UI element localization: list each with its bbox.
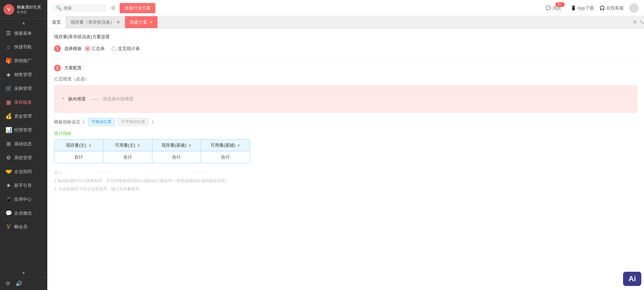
tab-new-plan-close[interactable]: ✕ (149, 20, 153, 25)
topbar-right: 💬 消息 99+ 📱 App下载 🎧 在线客服 (546, 3, 639, 13)
indicator-row: 模板指标设定（ 可拖动位置 不可拖动位置 ） (54, 118, 637, 126)
col-header-3[interactable]: 现存量(基辅) ∨ (152, 140, 201, 151)
sidebar-item-wechat[interactable]: 💬 企业微信 (0, 206, 47, 220)
settings-bottom-icon[interactable]: ⚙ (5, 280, 10, 287)
col-header-2[interactable]: 可用量(主) ∨ (103, 140, 152, 151)
wechat-icon: 💬 (5, 210, 11, 216)
sidebar-item-purchase[interactable]: 🛒 采购管理 (0, 81, 47, 95)
sidebar-item-label: 畅会员 (14, 224, 27, 230)
step2-header: 2 方案配置 (54, 65, 637, 71)
sidebar-item-label: 采购管理 (14, 86, 32, 92)
movable-badge: 可拖动位置 (88, 118, 115, 126)
step2-number: 2 (54, 65, 61, 71)
content-inner: 现存量(库存状况表)方案设置 1 选择模板 汇总表 交叉统计表 (47, 28, 644, 290)
tab-home[interactable]: 首页 (47, 16, 66, 28)
stats-table-body: 合计 合计 合计 合计 (54, 151, 250, 163)
headset-icon: 🎧 (599, 5, 605, 10)
sidebar-item-basic[interactable]: ⊞ 基础信息 (0, 137, 47, 151)
col-chevron-4[interactable]: ∨ (237, 143, 240, 148)
sidebar-scroll-down[interactable]: ▼ (0, 269, 47, 276)
radio-summary-dot (85, 46, 90, 51)
sidebar-item-search[interactable]: ☰ 搜索菜单 (0, 26, 47, 40)
sidebar-item-label: 库存核算 (14, 99, 32, 105)
member-icon: V (5, 224, 11, 230)
sidebar-item-newguide[interactable]: ★ 新手引导 (0, 178, 47, 192)
sidebar-item-management[interactable]: 📊 经营管理 (0, 123, 47, 137)
volume-icon[interactable]: 🔊 (16, 280, 22, 287)
tab-inventory[interactable]: 现存量（库存状况表） ✕ (66, 16, 125, 28)
tab-inventory-close[interactable]: ✕ (117, 20, 120, 25)
sidebar-item-label: 系统管理 (14, 155, 32, 161)
sidebar-item-label: 资金管理 (14, 113, 32, 119)
sidebar-item-inventory[interactable]: ▦ 库存核算 (0, 95, 47, 109)
col-label-1: 现存量(主) (66, 142, 86, 148)
search-icon: 🔍 (56, 5, 61, 10)
tips-section: 提示： 1.拖动标题栏可以调整布局，不可跨维度或指标区域拖动(只能在同一维度或指… (54, 169, 637, 193)
cell-4: 合计 (201, 151, 250, 163)
app-download-button[interactable]: 📱 App下载 (571, 5, 594, 11)
sidebar-item-marketing[interactable]: 🎁 营销推广 (0, 54, 47, 68)
col-header-1[interactable]: 现存量(主) ∨ (54, 140, 103, 151)
close-window-icon[interactable]: ✕ (633, 19, 637, 25)
industry-plan-button[interactable]: 体验行业方案 (120, 3, 155, 13)
sidebar-item-label: 搜索菜单 (14, 30, 32, 37)
user-avatar[interactable] (629, 3, 639, 13)
sidebar-item-label: 企业微信 (14, 210, 32, 216)
col-header-4[interactable]: 可用量(基辅) ∨ (201, 140, 250, 151)
config-section: 汇总维度（必选） * 纵向维度 —— 请选择分组维度 模板指标设定（ (54, 76, 637, 193)
dimension-selector-box[interactable]: * 纵向维度 —— 请选择分组维度 (54, 86, 637, 113)
gear-icon: ⚙ (5, 154, 11, 161)
topbar: 🔍 ⚙ 体验行业方案 💬 消息 99+ 📱 App下载 🎧 在线客服 (47, 0, 644, 16)
tab-new-plan[interactable]: 新建方案 ✕ (125, 16, 158, 28)
sidebar-item-appcenter[interactable]: 📱 应用中心 (0, 192, 47, 206)
step1-number: 1 (54, 45, 61, 52)
online-service-button[interactable]: 🎧 在线客服 (599, 5, 624, 11)
indicator-label: 模板指标设定（ (54, 119, 85, 125)
step1-header: 1 选择模板 汇总表 交叉统计表 (54, 45, 637, 52)
sidebar-item-system[interactable]: ⚙ 系统管理 (0, 151, 47, 165)
mobile-download-icon: 📱 (571, 5, 576, 10)
sidebar-item-label: 应用中心 (14, 196, 32, 202)
sidebar-item-label: 新手引导 (14, 183, 32, 189)
ai-assistant-badge[interactable]: Ai (623, 272, 641, 286)
cell-2: 合计 (103, 151, 152, 163)
indicator-suffix: ） (152, 119, 156, 125)
topbar-gear-icon[interactable]: ⚙ (111, 5, 116, 11)
fixed-badge: 不可拖动位置 (118, 118, 148, 126)
tab-home-label: 首页 (52, 19, 61, 25)
sidebar-bottom: ⚙ 🔊 (0, 276, 47, 290)
topbar-search-box[interactable]: 🔍 (53, 4, 107, 12)
sidebar-item-company[interactable]: 🤝 企业协同 (0, 165, 47, 178)
radio-cross[interactable]: 交叉统计表 (112, 46, 140, 52)
sidebar-item-sales[interactable]: ◈ 销售管理 (0, 68, 47, 81)
stats-title: 统计指标 (54, 130, 637, 137)
sidebar-nav: ☰ 搜索菜单 ⌂ 快捷导航 🎁 营销推广 ◈ 销售管理 🛒 采购管理 ▦ 库存核… (0, 26, 47, 269)
tabbar: 首页 现存量（库存状况表） ✕ 新建方案 ✕ ✕ ⤡ (47, 16, 644, 28)
search-input[interactable] (64, 6, 97, 10)
dimension-dash: —— (90, 97, 99, 102)
sidebar-scroll-up[interactable]: ▲ (0, 19, 47, 26)
sales-icon: ◈ (5, 71, 11, 78)
message-icon: 💬 (546, 5, 551, 10)
sidebar-item-label: 经营管理 (14, 127, 32, 133)
sidebar-item-finance[interactable]: 💰 资金管理 (0, 109, 47, 123)
sidebar-logo-text: 畅赢通好生意 标准版 (17, 4, 41, 15)
mobile-icon: 📱 (5, 196, 11, 202)
sidebar-item-label: 销售管理 (14, 72, 32, 78)
app-version: 标准版 (17, 10, 41, 15)
search-menu-icon: ☰ (5, 30, 11, 37)
col-chevron-1[interactable]: ∨ (89, 143, 92, 148)
stats-table: 现存量(主) ∨ 可用量(主) ∨ 现存量(基辅) ∨ (54, 139, 250, 163)
sidebar-item-quicknav[interactable]: ⌂ 快捷导航 (0, 40, 47, 54)
radio-summary[interactable]: 汇总表 (85, 46, 105, 52)
tips-title: 提示： (54, 170, 66, 175)
message-button[interactable]: 💬 消息 99+ (546, 5, 561, 11)
step1-section: 1 选择模板 汇总表 交叉统计表 (54, 45, 637, 52)
sidebar-item-member[interactable]: V 畅会员 (0, 220, 47, 234)
col-chevron-3[interactable]: ∨ (189, 143, 192, 148)
expand-window-icon[interactable]: ⤡ (640, 19, 644, 25)
inventory-icon: ▦ (5, 99, 11, 105)
finance-icon: 💰 (5, 113, 11, 119)
col-chevron-2[interactable]: ∨ (137, 143, 140, 148)
template-radio-group: 汇总表 交叉统计表 (85, 46, 140, 52)
